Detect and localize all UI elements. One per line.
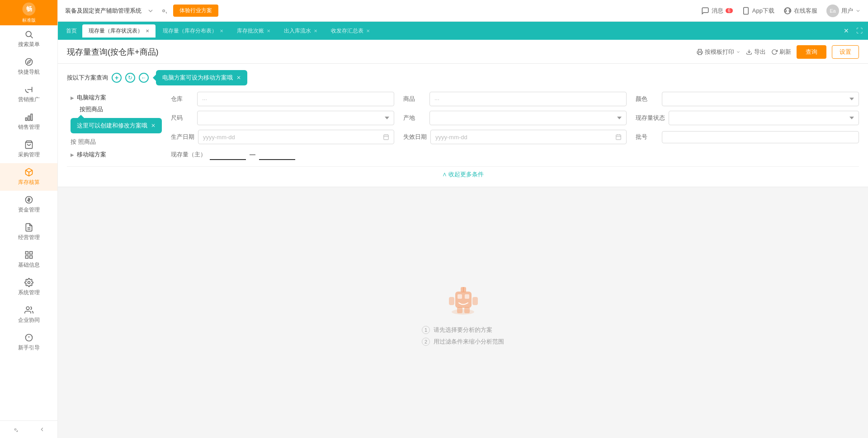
page-title: 现存量查询(按仓库+商品) [67,47,159,57]
svg-rect-45 [472,297,478,305]
pc-scheme-item[interactable]: ▶ 电脑端方案 [71,92,162,104]
filter-back-btn[interactable]: ← [139,73,149,83]
topbar-right: 消息 6 App下载 在线客服 Ea 用户 [701,5,861,17]
production-date-label: 生产日期 [171,133,194,141]
empty-step-1: 1 请先选择要分析的方案 [422,324,504,336]
empty-step-2: 2 用过滤条件来缩小分析范围 [422,336,504,348]
message-btn[interactable]: 消息 6 [701,7,733,15]
reset-btn[interactable]: 设置 [832,45,859,59]
support-btn[interactable]: 在线客服 [783,7,817,15]
sidebar-bottom [0,420,57,438]
file-icon [24,223,33,232]
grid-icon [24,250,33,259]
dropdown-arrow-icon[interactable] [147,7,154,14]
message-icon [701,7,709,15]
svg-rect-40 [458,294,462,299]
batch-input[interactable] [662,131,859,143]
filter-item-stock-status: 现存量状态 [636,111,859,125]
refresh-btn[interactable]: 刷新 [771,48,791,56]
scheme-tooltip-close[interactable]: ✕ [236,75,241,81]
industry-solution-btn[interactable]: 体验行业方案 [173,5,218,17]
warehouse-select[interactable]: ··· [197,92,394,106]
app-download-btn[interactable]: App下载 [742,7,774,15]
tab-home[interactable]: 首页 [61,24,81,38]
size-select[interactable] [197,111,394,125]
collapse-btn[interactable]: ∧ 收起更多条件 [67,166,859,180]
tab-inventory-dist[interactable]: 现存量（库存分布表） ✕ [156,24,230,38]
system-title: 装备及固定资产辅助管理系统 [65,7,142,15]
tab-receive-summary[interactable]: 收发存汇总表 ✕ [325,24,376,38]
pc-arrow-icon: ▶ [71,95,74,100]
sidebar-item-operations[interactable]: 经营管理 [0,218,57,246]
export-icon [746,49,752,55]
svg-rect-6 [25,118,27,121]
sidebar-item-sales[interactable]: 销售管理 [0,108,57,136]
sidebar-item-quicknav[interactable]: 快捷导航 [0,53,57,80]
edit-tooltip: 这里可以创建和修改方案哦 ✕ [71,118,162,133]
collapse-bottom-btn[interactable] [39,426,45,433]
export-btn[interactable]: 导出 [746,48,766,56]
svg-rect-17 [29,256,32,259]
color-select[interactable] [662,92,859,106]
box-icon [24,168,33,177]
svg-rect-8 [31,114,32,120]
print-btn[interactable]: 按模板打印 [697,48,741,56]
sidebar-item-inventory[interactable]: 库存核算 [0,163,57,191]
page-title-row: 现存量查询(按仓库+商品) 按模板打印 导出 刷新 查 [67,45,859,59]
tab-batch-ledger[interactable]: 库存批次账 ✕ [231,24,277,38]
topbar: 装备及固定资产辅助管理系统 体验行业方案 消息 6 App下载 在线客服 Ea [58,0,868,22]
tab-close-all-btn[interactable]: ✕ [842,26,851,35]
pc-child-item[interactable]: 按照商品 [80,104,162,115]
tab-inout-flow[interactable]: 出入库流水 ✕ [278,24,324,38]
main-area: 装备及固定资产辅助管理系统 体验行业方案 消息 6 App下载 在线客服 Ea [58,0,868,438]
tab-close-receive-summary[interactable]: ✕ [366,28,370,33]
guide-icon [24,333,33,342]
message-badge: 6 [726,8,733,13]
tab-inventory-status[interactable]: 现存量（库存状况表） ✕ [82,24,156,38]
tab-close-batch-ledger[interactable]: ✕ [267,28,270,33]
color-label: 颜色 [636,95,658,103]
stock-status-select[interactable] [669,111,859,125]
filter-add-btn[interactable]: + [112,73,122,83]
stock-main-max-input[interactable] [259,149,295,160]
origin-label: 产地 [403,114,426,122]
svg-point-38 [452,309,474,315]
sidebar-item-system[interactable]: 系统管理 [0,273,57,301]
sidebar-item-finance[interactable]: 资金管理 [0,191,57,218]
svg-rect-28 [698,52,702,55]
empty-illustration: 1 请先选择要分析的方案 2 用过滤条件来缩小分析范围 [422,278,504,348]
tab-close-inventory-dist[interactable]: ✕ [220,28,223,33]
origin-select[interactable] [429,111,627,125]
svg-line-3 [30,36,33,38]
svg-point-2 [26,31,31,37]
sidebar-item-search[interactable]: 搜索菜单 [0,25,57,53]
tab-close-inventory-status[interactable]: ✕ [146,28,149,33]
megaphone-icon [24,85,33,94]
edit-tooltip-close[interactable]: ✕ [151,122,156,129]
tab-expand-btn[interactable]: ⛶ [854,26,864,35]
sidebar-item-purchase[interactable]: 采购管理 [0,136,57,163]
tab-close-inout-flow[interactable]: ✕ [314,28,317,33]
expiry-date-input[interactable]: yyyy-mm-dd [430,130,627,144]
sidebar-item-newbie[interactable]: 新手引导 [0,329,57,356]
gear-topbar-icon[interactable] [160,7,168,15]
settings-bottom-btn[interactable] [12,426,19,433]
sidebar-item-enterprise[interactable]: 企业协同 [0,301,57,329]
phone-icon [742,7,750,15]
user-menu[interactable]: Ea 用户 [826,5,861,17]
filter-refresh-btn[interactable]: ↻ [125,73,135,83]
main-result-area: 1 请先选择要分析的方案 2 用过滤条件来缩小分析范围 [58,187,868,438]
logo-icon: 畅 [22,2,36,16]
settings-bottom-icon [12,426,19,433]
mobile-arrow-icon: ▶ [71,152,74,157]
sidebar-item-marketing[interactable]: 营销推广 [0,80,57,108]
page-header: 现存量查询(按仓库+商品) 按模板打印 导出 刷新 查 [58,40,868,64]
sidebar-item-base[interactable]: 基础信息 [0,246,57,273]
mobile-scheme-item[interactable]: ▶ 移动端方案 [71,149,162,160]
search-btn[interactable]: 查询 [797,45,826,59]
goods-select[interactable]: ··· [429,92,627,106]
goods-label: 商品 [403,95,426,103]
production-date-input[interactable]: yyyy-mm-dd [198,130,394,144]
settings-icon [24,278,33,287]
stock-main-min-input[interactable] [210,149,246,160]
